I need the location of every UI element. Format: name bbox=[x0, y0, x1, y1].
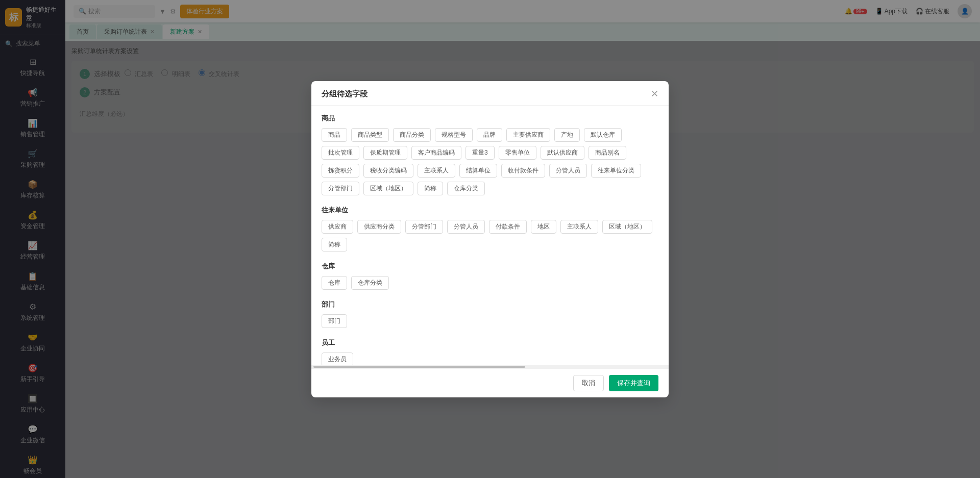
field-tag[interactable]: 仓库分类 bbox=[447, 182, 485, 195]
section-warehouse: 仓库仓库仓库分类 bbox=[322, 262, 658, 290]
field-tag[interactable]: 默认供应商 bbox=[541, 146, 584, 160]
field-tag[interactable]: 往来单位分类 bbox=[591, 164, 641, 178]
field-tag[interactable]: 批次管理 bbox=[322, 146, 359, 160]
field-tag[interactable]: 零售单位 bbox=[499, 146, 536, 160]
field-tag[interactable]: 保质期管理 bbox=[363, 146, 407, 160]
field-tag[interactable]: 分管部门 bbox=[405, 220, 443, 234]
field-tag[interactable]: 税收分类编码 bbox=[363, 164, 413, 178]
field-tag[interactable]: 区域（地区） bbox=[363, 182, 413, 195]
field-tag[interactable]: 客户商品编码 bbox=[411, 146, 461, 160]
modal-overlay: 分组待选字段 ✕ 商品商品商品类型商品分类规格型号品牌主要供应商产地默认仓库批次… bbox=[0, 0, 980, 478]
field-tag[interactable]: 规格型号 bbox=[435, 128, 473, 142]
field-tag[interactable]: 分管人员 bbox=[549, 164, 587, 178]
field-tag[interactable]: 品牌 bbox=[477, 128, 502, 142]
section-goods: 商品商品商品类型商品分类规格型号品牌主要供应商产地默认仓库批次管理保质期管理客户… bbox=[322, 114, 658, 195]
section-staff: 员工业务员 bbox=[322, 338, 658, 365]
field-tag[interactable]: 商品别名 bbox=[589, 146, 626, 160]
field-tag[interactable]: 商品分类 bbox=[393, 128, 431, 142]
field-tag[interactable]: 主联系人 bbox=[560, 220, 598, 234]
fields-grid-partner: 供应商供应商分类分管部门分管人员付款条件地区主联系人区域（地区）简称 bbox=[322, 220, 658, 251]
field-tag[interactable]: 重量3 bbox=[465, 146, 495, 160]
fields-grid-goods: 商品商品类型商品分类规格型号品牌主要供应商产地默认仓库批次管理保质期管理客户商品… bbox=[322, 128, 658, 195]
section-label-goods: 商品 bbox=[322, 114, 658, 123]
field-tag[interactable]: 供应商分类 bbox=[357, 220, 401, 234]
field-tag[interactable]: 结算单位 bbox=[459, 164, 497, 178]
modal-close-button[interactable]: ✕ bbox=[651, 89, 658, 98]
section-label-partner: 往来单位 bbox=[322, 206, 658, 215]
modal-header: 分组待选字段 ✕ bbox=[311, 81, 669, 106]
field-tag[interactable]: 仓库分类 bbox=[351, 276, 389, 290]
section-department: 部门部门 bbox=[322, 300, 658, 328]
field-tag[interactable]: 拣货积分 bbox=[322, 164, 359, 178]
field-tag[interactable]: 区域（地区） bbox=[602, 220, 652, 234]
field-tag[interactable]: 收付款条件 bbox=[501, 164, 545, 178]
field-tag[interactable]: 付款条件 bbox=[489, 220, 527, 234]
field-tag[interactable]: 仓库 bbox=[322, 276, 347, 290]
section-partner: 往来单位供应商供应商分类分管部门分管人员付款条件地区主联系人区域（地区）简称 bbox=[322, 206, 658, 251]
field-tag[interactable]: 部门 bbox=[322, 314, 347, 328]
field-tag[interactable]: 业务员 bbox=[322, 353, 353, 365]
fields-grid-warehouse: 仓库仓库分类 bbox=[322, 276, 658, 290]
modal-body: 商品商品商品类型商品分类规格型号品牌主要供应商产地默认仓库批次管理保质期管理客户… bbox=[311, 106, 669, 365]
field-tag[interactable]: 商品类型 bbox=[351, 128, 389, 142]
hscroll-thumb bbox=[313, 366, 525, 368]
modal-horizontal-scrollbar[interactable] bbox=[311, 365, 669, 368]
field-tag[interactable]: 产地 bbox=[554, 128, 580, 142]
field-tag[interactable]: 分管部门 bbox=[322, 182, 359, 195]
field-tag[interactable]: 简称 bbox=[418, 182, 443, 195]
modal-footer: 取消 保存并查询 bbox=[311, 368, 669, 397]
field-tag[interactable]: 主联系人 bbox=[418, 164, 455, 178]
fields-grid-department: 部门 bbox=[322, 314, 658, 328]
section-label-department: 部门 bbox=[322, 300, 658, 309]
cancel-button[interactable]: 取消 bbox=[573, 375, 604, 391]
field-tag[interactable]: 供应商 bbox=[322, 220, 353, 234]
modal-title: 分组待选字段 bbox=[322, 89, 368, 99]
field-select-modal: 分组待选字段 ✕ 商品商品商品类型商品分类规格型号品牌主要供应商产地默认仓库批次… bbox=[311, 81, 669, 397]
field-tag[interactable]: 地区 bbox=[531, 220, 556, 234]
field-tag[interactable]: 默认仓库 bbox=[584, 128, 622, 142]
section-label-warehouse: 仓库 bbox=[322, 262, 658, 271]
field-tag[interactable]: 商品 bbox=[322, 128, 347, 142]
confirm-button[interactable]: 保存并查询 bbox=[609, 375, 658, 391]
fields-grid-staff: 业务员 bbox=[322, 353, 658, 365]
field-tag[interactable]: 简称 bbox=[322, 238, 347, 251]
section-label-staff: 员工 bbox=[322, 338, 658, 347]
field-tag[interactable]: 主要供应商 bbox=[506, 128, 550, 142]
field-tag[interactable]: 分管人员 bbox=[447, 220, 485, 234]
